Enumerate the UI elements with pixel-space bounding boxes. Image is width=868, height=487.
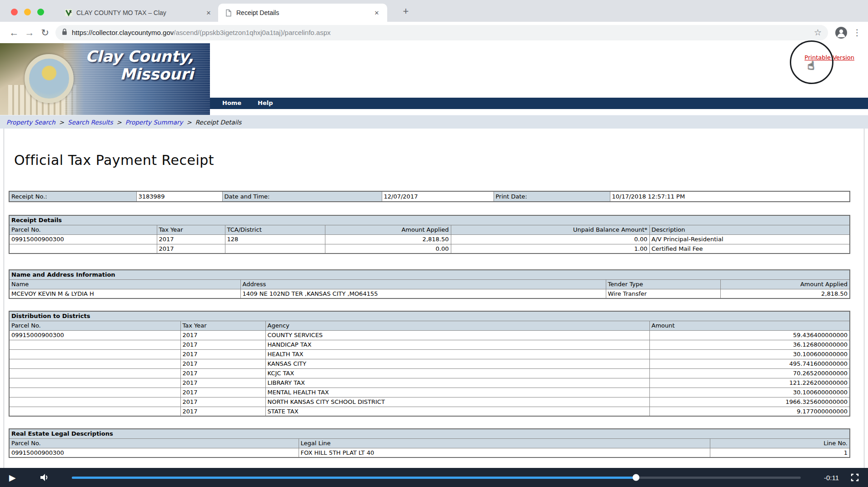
data-cell: KANSAS CITY — [265, 359, 649, 368]
data-cell: 2017 — [180, 388, 265, 397]
column-header-cell: TCA/District — [225, 225, 325, 234]
seek-thumb[interactable] — [633, 474, 639, 481]
data-cell: 2017 — [180, 378, 265, 388]
data-cell: 2,818.50 — [325, 234, 451, 244]
column-header-cell: Tax Year — [180, 321, 265, 330]
address-bar[interactable]: https://collector.claycountymo.gov/ascen… — [55, 25, 828, 40]
seek-progress — [72, 477, 636, 479]
url-text: https://collector.claycountymo.gov/ascen… — [72, 29, 810, 36]
close-tab-icon[interactable]: ✕ — [373, 10, 381, 16]
info-label-cell: Print Date: — [494, 191, 610, 202]
data-cell: MCEVOY KEVIN M & LYDIA H — [9, 289, 240, 298]
breadcrumb-item: Receipt Details — [195, 119, 242, 126]
table-row: 099150009003002017COUNTY SERVICES59.4364… — [9, 330, 850, 340]
data-cell: 9.177000000000 — [649, 407, 850, 416]
breadcrumb: Property Search>Search Results>Property … — [0, 115, 868, 129]
data-cell: 30.100600000000 — [649, 349, 850, 359]
tab-receipt-details[interactable]: Receipt Details ✕ — [218, 4, 387, 22]
data-cell: 70.265200000000 — [649, 368, 850, 378]
data-cell — [9, 407, 180, 416]
data-cell: 2017 — [180, 407, 265, 416]
data-cell: 30.100600000000 — [649, 388, 850, 397]
data-cell: 495.741600000000 — [649, 359, 850, 368]
info-value-cell: 10/17/2018 12:57:11 PM — [610, 191, 850, 202]
table-row: MCEVOY KEVIN M & LYDIA H1409 NE 102ND TE… — [9, 289, 850, 298]
close-tab-icon[interactable]: ✕ — [205, 10, 213, 16]
table-row: 2017LIBRARY TAX121.226200000000 — [9, 378, 850, 388]
data-cell: LIBRARY TAX — [265, 378, 649, 388]
data-cell: MENTAL HEALTH TAX — [265, 388, 649, 397]
column-header-cell: Legal Line — [299, 438, 710, 448]
data-cell — [225, 244, 325, 253]
nav-help-link[interactable]: Help — [258, 99, 273, 106]
data-cell — [9, 378, 180, 388]
browser-tab-bar: CLAY COUNTY MO TAX – Clay ✕ Receipt Deta… — [0, 0, 868, 22]
data-cell: 128 — [225, 234, 325, 244]
data-cell: 1966.325600000000 — [649, 397, 850, 407]
data-cell: 1 — [710, 448, 850, 457]
volume-icon[interactable] — [40, 473, 52, 482]
data-cell: 121.226200000000 — [649, 378, 850, 388]
section-title: Name and Address Information — [9, 270, 850, 279]
data-cell: 2017 — [157, 234, 225, 244]
banner-title: Clay County, Missouri — [85, 48, 194, 83]
data-cell: FOX HILL 5TH PLAT LT 40 — [299, 448, 710, 457]
data-cell: 2017 — [180, 340, 265, 349]
data-cell: Wire Transfer — [606, 289, 720, 298]
bookmark-star-icon[interactable]: ☆ — [814, 27, 822, 38]
site-header: Home Help Clay County, Missouri Printabl… — [0, 43, 868, 115]
data-cell — [9, 349, 180, 359]
data-cell: 2017 — [180, 359, 265, 368]
breadcrumb-item[interactable]: Property Summary — [125, 119, 183, 126]
receipt-info-table: Receipt No.:3183989Date and Time:12/07/2… — [9, 191, 850, 202]
receipt-page: Official Tax Payment Receipt Receipt No.… — [4, 129, 864, 468]
close-window-button[interactable] — [11, 9, 18, 15]
breadcrumb-item[interactable]: Property Search — [6, 119, 55, 126]
receipt-details-table: Receipt DetailsParcel No.Tax YearTCA/Dis… — [9, 215, 850, 254]
forward-icon[interactable]: → — [22, 27, 37, 38]
data-cell: 2,818.50 — [720, 289, 850, 298]
lock-icon — [62, 28, 67, 37]
seek-bar[interactable] — [72, 477, 801, 479]
column-header-cell: Name — [9, 279, 240, 289]
data-cell — [9, 340, 180, 349]
breadcrumb-separator: > — [59, 119, 64, 126]
new-tab-button[interactable]: + — [400, 5, 412, 17]
column-header-row: Parcel No.Tax YearTCA/DistrictAmount App… — [9, 225, 850, 234]
data-cell: 1.00 — [451, 244, 649, 253]
data-cell: 0.00 — [325, 244, 451, 253]
data-cell: KCJC TAX — [265, 368, 649, 378]
name-address-table: Name and Address InformationNameAddressT… — [9, 269, 850, 299]
table-row: 2017HANDICAP TAX36.126800000000 — [9, 340, 850, 349]
column-header-row: Parcel No.Legal LineLine No. — [9, 438, 850, 448]
data-cell: COUNTY SERVICES — [265, 330, 649, 340]
data-cell: 2017 — [180, 330, 265, 340]
section-title-row: Name and Address Information — [9, 270, 850, 279]
table-row: 2017KANSAS CITY495.741600000000 — [9, 359, 850, 368]
fullscreen-icon[interactable] — [851, 473, 859, 482]
table-row: 2017NORTH KANSAS CITY SCHOOL DISTRICT196… — [9, 397, 850, 407]
section-title-row: Real Estate Legal Descriptions — [9, 429, 850, 438]
zoom-window-button[interactable] — [37, 9, 44, 15]
play-button[interactable]: ▶ — [9, 472, 21, 483]
breadcrumb-item[interactable]: Search Results — [68, 119, 113, 126]
column-header-cell: Tender Type — [606, 279, 720, 289]
nav-home-link[interactable]: Home — [222, 99, 241, 106]
table-row: Receipt No.:3183989Date and Time:12/07/2… — [9, 191, 850, 202]
data-cell: 2017 — [180, 349, 265, 359]
profile-avatar[interactable] — [835, 27, 847, 39]
back-icon[interactable]: ← — [6, 27, 22, 38]
banner-title-line1: Clay County, — [85, 48, 194, 65]
info-label-cell: Date and Time: — [222, 191, 382, 202]
table-row: 2017HEALTH TAX30.100600000000 — [9, 349, 850, 359]
reload-icon[interactable]: ↻ — [37, 27, 53, 38]
browser-menu-icon[interactable]: ⋮ — [853, 27, 862, 38]
table-row: 2017MENTAL HEALTH TAX30.100600000000 — [9, 388, 850, 397]
data-cell — [9, 397, 180, 407]
minimize-window-button[interactable] — [24, 9, 31, 15]
section-title-row: Distribution to Districts — [9, 311, 850, 321]
tab-clay-county-mo-tax[interactable]: CLAY COUNTY MO TAX – Clay ✕ — [59, 4, 218, 22]
data-cell: 1409 NE 102ND TER ,KANSAS CITY ,MO64155 — [240, 289, 606, 298]
data-cell: 09915000900300 — [9, 234, 157, 244]
data-cell — [9, 359, 180, 368]
